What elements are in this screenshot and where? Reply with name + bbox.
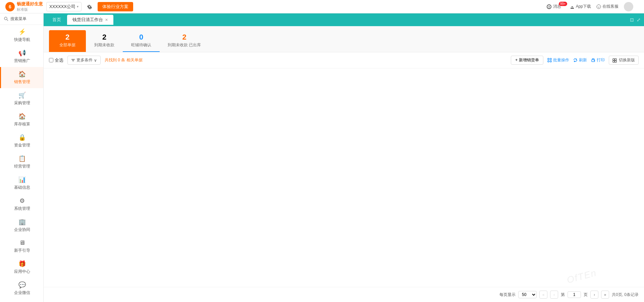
sidebar-item-purchase[interactable]: 🛒 采购管理 [0, 88, 43, 109]
toolbar: 全选 更多条件 ∨ 共找到 0 条 相关单据 + 新增销货单 [44, 52, 644, 68]
guide-icon: 🖥 [19, 239, 25, 246]
svg-rect-9 [550, 61, 551, 62]
next-page-btn[interactable]: › [590, 291, 598, 299]
online-service-label: 在线客服 [602, 4, 619, 9]
batch-op-btn[interactable]: 批量操作 [547, 57, 569, 63]
sidebar-item-inventory[interactable]: 🏠 库存核算 [0, 109, 43, 130]
found-suffix: 相关单据 [126, 58, 143, 62]
found-unit: 条 [121, 58, 125, 62]
tab-home[interactable]: 首页 [47, 15, 66, 25]
sidebar-item-wechat-label: 企业微信 [14, 290, 30, 296]
first-page-btn[interactable]: « [539, 291, 547, 299]
sidebar-item-finance[interactable]: 🔒 资金管理 [0, 130, 43, 152]
sidebar-item-guide-label: 新手引导 [14, 248, 30, 253]
sidebar-item-inventory-label: 库存核算 [14, 121, 30, 127]
svg-point-0 [597, 5, 601, 9]
purchase-icon: 🛒 [18, 92, 26, 99]
tab-bar-right: ⊡ ⤢ [630, 17, 641, 22]
svg-rect-8 [548, 61, 549, 62]
svg-point-11 [594, 60, 594, 61]
print-btn[interactable]: 打印 [591, 57, 605, 63]
more-filter-btn[interactable]: 更多条件 ∨ [67, 56, 101, 65]
sidebar: 搜索菜单 ⚡ 快捷导航 📢 营销推广 🏠 销售管理 🛒 采购管理 🏠 库存核算 … [0, 13, 44, 302]
sidebar-item-wechat[interactable]: 💬 企业微信 [0, 278, 43, 299]
app-download-btn[interactable]: App下载 [570, 4, 591, 9]
sidebar-item-operations[interactable]: 📋 经营管理 [0, 152, 43, 173]
summary-cards: 2 全部单据 2 到期未收款 0 旺辅待确认 2 到期未收款 已出库 [44, 26, 644, 52]
online-service-btn[interactable]: 在线客服 [596, 4, 619, 9]
app-center-icon: 🎁 [18, 260, 26, 267]
select-all-checkbox[interactable]: 全选 [49, 57, 63, 63]
new-sales-btn[interactable]: + 新增销货单 [511, 56, 543, 65]
company-dropdown-arrow: ▾ [77, 5, 78, 8]
tab-cash-daily-label: 钱货日清工作台 [72, 17, 103, 23]
new-sales-label: + 新增销货单 [515, 57, 539, 63]
sidebar-item-finance-label: 资金管理 [14, 142, 30, 148]
logo-text: 畅捷通好生意 标准版 [17, 1, 43, 12]
sidebar-item-sales[interactable]: 🏠 销售管理 [0, 67, 43, 88]
sidebar-item-vip[interactable]: ▽ 畅会员 [0, 299, 43, 302]
finance-icon: 🔒 [18, 134, 26, 141]
summary-wangwang-label: 旺辅待确认 [131, 42, 152, 48]
switch-new-version-btn[interactable]: 切换新版 [609, 56, 639, 65]
svg-rect-13 [615, 59, 616, 60]
company-selector[interactable]: XXXXXX公司 ▾ [46, 2, 82, 11]
search-menu-label: 搜索菜单 [10, 16, 26, 22]
tab-cash-daily[interactable]: 钱货日清工作台 ✕ [67, 15, 113, 25]
tab-cash-daily-close-icon[interactable]: ✕ [105, 18, 108, 22]
logo-area: 6 畅捷通好生意 标准版 [5, 1, 43, 12]
user-avatar[interactable] [624, 2, 633, 11]
summary-card-overdue-shipped[interactable]: 2 到期未收款 已出库 [160, 30, 209, 52]
app-body: 搜索菜单 ⚡ 快捷导航 📢 营销推广 🏠 销售管理 🛒 采购管理 🏠 库存核算 … [0, 13, 644, 302]
svg-line-2 [7, 19, 8, 21]
per-page-select[interactable]: 50 20 100 [518, 291, 537, 298]
tab-minimize-icon[interactable]: ⊡ [630, 17, 634, 22]
tab-expand-icon[interactable]: ⤢ [637, 17, 641, 22]
summary-card-overdue[interactable]: 2 到期未收款 [86, 30, 123, 52]
tab-bar: 首页 钱货日清工作台 ✕ ⊡ ⤢ [44, 13, 644, 26]
sidebar-item-quick-nav[interactable]: ⚡ 快捷导航 [0, 25, 43, 46]
sidebar-item-cooperation[interactable]: 🏢 企业协同 [0, 215, 43, 236]
found-prefix: 共找到 [105, 58, 117, 62]
refresh-label: 刷新 [579, 57, 587, 63]
found-count: 0 [118, 58, 120, 62]
svg-rect-6 [548, 58, 549, 60]
cooperation-icon: 🏢 [18, 218, 26, 226]
quick-nav-icon: ⚡ [18, 28, 26, 36]
select-all-input[interactable] [49, 58, 53, 62]
prev-page-btn[interactable]: ‹ [550, 291, 558, 299]
app-logo-icon: 6 [5, 2, 15, 11]
svg-rect-15 [615, 61, 616, 62]
page-content: 2 全部单据 2 到期未收款 0 旺辅待确认 2 到期未收款 已出库 [44, 26, 644, 302]
sidebar-search[interactable]: 搜索菜单 [0, 13, 43, 25]
print-label: 打印 [597, 57, 605, 63]
marketing-icon: 📢 [18, 49, 26, 57]
summary-shipped-count: 2 [168, 33, 201, 42]
select-all-label: 全选 [55, 57, 63, 63]
messages-badge: 99+ [559, 2, 567, 6]
try-industry-btn[interactable]: 体验行业方案 [98, 2, 133, 11]
main-content: 首页 钱货日清工作台 ✕ ⊡ ⤢ 2 全部单据 2 到期未收款 [44, 13, 644, 302]
refresh-btn[interactable]: 刷新 [573, 57, 587, 63]
filter-arrow-icon: ∨ [94, 58, 97, 63]
svg-rect-7 [550, 58, 551, 60]
tab-home-label: 首页 [52, 17, 61, 23]
settings-icon-btn[interactable] [85, 2, 94, 11]
switch-btn-label: 切换新版 [619, 58, 635, 62]
messages-btn[interactable]: 消息 99+ [546, 4, 565, 9]
last-page-btn[interactable]: » [601, 291, 609, 299]
pagination: 每页显示 50 20 100 « ‹ 第 页 › » 共0页, 0条记录 [44, 287, 644, 302]
sidebar-item-app-center-label: 应用中心 [14, 269, 30, 275]
summary-card-wangwang[interactable]: 0 旺辅待确认 [123, 30, 160, 52]
sidebar-item-marketing[interactable]: 📢 营销推广 [0, 46, 43, 67]
sidebar-item-app-center[interactable]: 🎁 应用中心 [0, 257, 43, 278]
sidebar-item-quick-nav-label: 快捷导航 [14, 37, 30, 43]
summary-shipped-label: 到期未收款 已出库 [168, 42, 201, 48]
sidebar-item-basic-info[interactable]: 📊 基础信息 [0, 173, 43, 194]
summary-card-all[interactable]: 2 全部单据 [49, 30, 86, 52]
summary-wangwang-count: 0 [131, 33, 152, 42]
current-page-input[interactable] [568, 291, 581, 298]
sidebar-item-cooperation-label: 企业协同 [14, 227, 30, 233]
sidebar-item-system[interactable]: ⚙ 系统管理 [0, 194, 43, 215]
sidebar-item-guide[interactable]: 🖥 新手引导 [0, 236, 43, 257]
